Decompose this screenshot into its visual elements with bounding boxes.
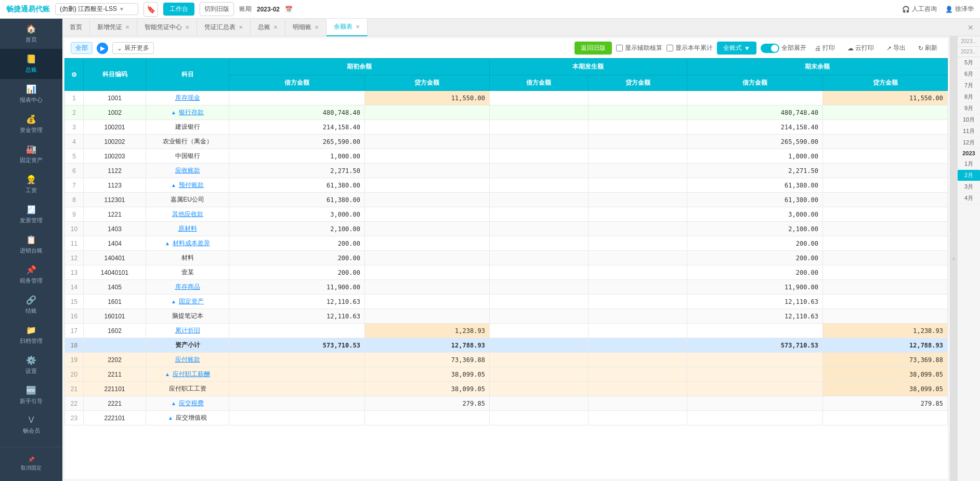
- date-item-3[interactable]: 3月: [958, 181, 980, 193]
- sidebar-item-purchase[interactable]: 📋 进销台账: [0, 230, 62, 260]
- date-item-1[interactable]: 1月: [958, 158, 980, 170]
- tab-balance[interactable]: 余额表✕: [326, 19, 368, 36]
- return-old-button[interactable]: 返回旧版: [574, 42, 612, 55]
- subject-link[interactable]: 银行存款: [179, 109, 204, 116]
- expand-icon[interactable]: ▲: [168, 415, 173, 421]
- balance-table-wrap[interactable]: ⚙ 科目编码 科目 期初余额 本期发生额 期末余额 借方金额 贷方金额 借方金额: [64, 58, 948, 479]
- subject-link[interactable]: 其他应收款: [172, 210, 203, 218]
- row-subject: 脑提笔记本: [146, 309, 229, 324]
- company-select[interactable]: (勿删) 江西般至-LSS ▼: [55, 3, 138, 15]
- expand-icon[interactable]: ▲: [171, 110, 176, 115]
- subject-link[interactable]: 材料成本差异: [173, 239, 210, 247]
- unpin-button[interactable]: 📌 取消固定: [0, 451, 62, 477]
- sidebar-item-tax[interactable]: 📌 税务管理: [0, 260, 62, 290]
- toggle-switch[interactable]: [761, 44, 779, 53]
- ytd-checkbox[interactable]: [667, 45, 673, 51]
- date-item-5[interactable]: 5月: [958, 57, 980, 69]
- sidebar-item-assets[interactable]: 🏭 固定资产: [0, 139, 62, 169]
- switch-old-button[interactable]: 切到旧版: [200, 2, 234, 16]
- filter-all-button[interactable]: 全部: [71, 42, 93, 54]
- user-profile[interactable]: 👤 徐泽华: [945, 5, 974, 14]
- sidebar-item-invoice[interactable]: 🧾 发票管理: [0, 199, 62, 230]
- sidebar-item-capital[interactable]: 💰 资金管理: [0, 109, 62, 139]
- date-item-12[interactable]: 12月: [958, 137, 980, 149]
- cloud-print-button[interactable]: ☁ 云打印: [843, 43, 878, 54]
- open-credit: [365, 280, 490, 295]
- date-item-6[interactable]: 6月: [958, 69, 980, 80]
- date-item-9[interactable]: 9月: [958, 103, 980, 114]
- tab-home[interactable]: 首页: [62, 19, 90, 36]
- expand-icon[interactable]: ▲: [165, 371, 170, 377]
- format-button[interactable]: 全账式 ▼: [717, 42, 756, 55]
- toolbar-right: 返回旧版 显示辅助核算 显示本年累计 全账式 ▼: [574, 42, 942, 55]
- sidebar-item-guide[interactable]: 🆕 新手引导: [0, 380, 62, 410]
- show-ytd-check[interactable]: 显示本年累计: [667, 44, 713, 52]
- sidebar-item-report[interactable]: 📊 报表中心: [0, 79, 62, 109]
- date-item-11[interactable]: 11月: [958, 126, 980, 137]
- bookmark-icon[interactable]: 🔖: [143, 2, 158, 17]
- table-row: 202211 ▲ 应付职工薪酬 38,099.0538,099.05: [65, 367, 948, 382]
- open-debit: [229, 382, 365, 396]
- expand-icon[interactable]: ▲: [171, 299, 176, 304]
- close-all-tabs[interactable]: ✕: [961, 23, 980, 32]
- expand-icon[interactable]: ▲: [171, 400, 176, 406]
- tab-voucher-summary[interactable]: 凭证汇总表✕: [197, 19, 251, 36]
- expand-all-toggle[interactable]: 全部展开: [761, 44, 806, 53]
- date-item-7[interactable]: 7月: [958, 80, 980, 91]
- expand-icon[interactable]: ▲: [171, 182, 176, 188]
- sidebar-item-salary[interactable]: 👷 工资: [0, 169, 62, 199]
- balance-table: ⚙ 科目编码 科目 期初余额 本期发生额 期末余额 借方金额 贷方金额 借方金额: [64, 58, 948, 425]
- subject-link[interactable]: 预付账款: [179, 181, 204, 189]
- subject-link[interactable]: 原材料: [178, 225, 197, 232]
- open-debit: 265,590.00: [229, 135, 365, 149]
- close-tab-smart-voucher[interactable]: ✕: [185, 24, 189, 30]
- close-tab-balance[interactable]: ✕: [356, 24, 360, 30]
- close-tab-detail-ledger[interactable]: ✕: [315, 24, 319, 30]
- subject-link[interactable]: 累计折旧: [175, 327, 200, 334]
- subject-link[interactable]: 应付职工薪酬: [173, 370, 210, 378]
- sidebar-item-closing[interactable]: 🔗 结账: [0, 290, 62, 320]
- consult-button[interactable]: 🎧 人工咨询: [902, 5, 937, 14]
- date-year-2023[interactable]: 2023: [958, 149, 980, 158]
- tab-ledger[interactable]: 总账✕: [251, 19, 285, 36]
- export-button[interactable]: ↗ 导出: [882, 43, 910, 54]
- subject-link[interactable]: 应交税费: [179, 399, 204, 407]
- close-tab-new-voucher[interactable]: ✕: [125, 24, 129, 30]
- assist-checkbox[interactable]: [616, 45, 623, 51]
- subject-link[interactable]: 应付账款: [175, 356, 200, 363]
- close-tab-ledger[interactable]: ✕: [273, 24, 278, 30]
- date-item-4[interactable]: 4月: [958, 193, 980, 204]
- subject-link[interactable]: 固定资产: [179, 298, 204, 305]
- date-item-8[interactable]: 8月: [958, 91, 980, 103]
- top-bar: 畅捷通易代账 (勿删) 江西般至-LSS ▼ 🔖 工作台 切到旧版 账期 202…: [0, 0, 980, 19]
- workbench-button[interactable]: 工作台: [163, 3, 194, 16]
- cur-credit: [588, 338, 687, 353]
- expand-more-button[interactable]: ⌄ 展开更多: [112, 42, 154, 54]
- end-credit: 11,550.00: [823, 91, 948, 105]
- filter-arrow-button[interactable]: ▶: [97, 43, 108, 54]
- refresh-button[interactable]: ↻ 刷新: [914, 43, 942, 54]
- tab-new-voucher[interactable]: 新增凭证✕: [90, 19, 137, 36]
- tab-smart-voucher[interactable]: 智能凭证中心✕: [137, 19, 197, 36]
- sidebar-item-settings[interactable]: ⚙️ 设置: [0, 350, 62, 380]
- date-panel-toggle[interactable]: ‹: [950, 36, 957, 481]
- sidebar-item-vip[interactable]: V 畅会员: [0, 410, 62, 440]
- print-button[interactable]: 🖨 打印: [811, 43, 839, 54]
- end-debit: 12,110.63: [687, 309, 823, 324]
- th-settings[interactable]: ⚙: [65, 59, 84, 91]
- date-item-2[interactable]: 2月: [958, 170, 980, 181]
- sidebar-item-archive[interactable]: 📁 归档管理: [0, 320, 62, 350]
- subject-link[interactable]: 应收账款: [175, 167, 200, 174]
- subject-link[interactable]: 库存商品: [175, 283, 200, 290]
- th-subject: 科目: [146, 59, 229, 91]
- sidebar-item-ledger[interactable]: 📒 总账: [0, 49, 62, 79]
- expand-icon[interactable]: ▲: [165, 240, 170, 246]
- show-assist-check[interactable]: 显示辅助核算: [616, 44, 662, 52]
- row-code: 222101: [84, 411, 146, 425]
- calendar-icon[interactable]: 📅: [285, 6, 293, 13]
- close-tab-voucher-summary[interactable]: ✕: [239, 24, 243, 30]
- subject-link[interactable]: 库存现金: [175, 94, 200, 101]
- date-item-10[interactable]: 10月: [958, 114, 980, 126]
- tab-detail-ledger[interactable]: 明细账✕: [285, 19, 326, 36]
- sidebar-item-home[interactable]: 🏠 首页: [0, 19, 62, 49]
